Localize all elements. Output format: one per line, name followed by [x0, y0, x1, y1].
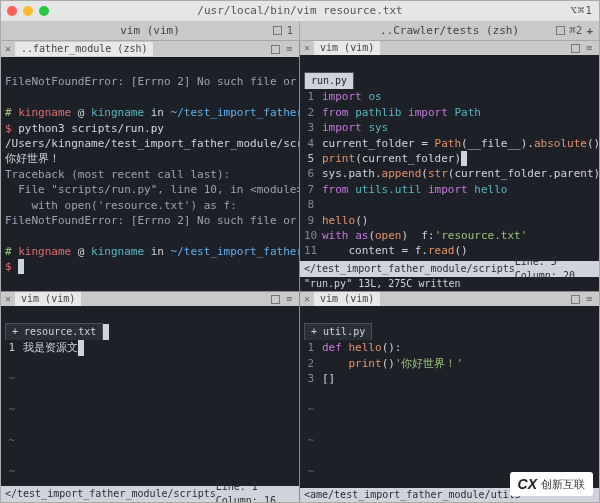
editor[interactable]: + resource.txt 1我是资源文 ~ ~ ~ ~ ~ ~ ~ ~ ~	[1, 306, 299, 486]
close-window-button[interactable]	[7, 6, 17, 16]
terminal-window: /usr/local/bin/vim resource.txt ⌥⌘1 vim …	[0, 0, 600, 503]
code-line: 2 print()'你好世界！'	[304, 356, 595, 371]
command: python3 scripts/run.py	[18, 122, 164, 135]
pane-top-left[interactable]: ✕ ..father_module (zsh) ≡ FileNotFoundEr…	[1, 41, 300, 292]
pane-tab-label[interactable]: vim (vim)	[314, 41, 380, 55]
window-shortcut-hint: ⌥⌘1	[570, 3, 593, 18]
window-title: /usr/local/bin/vim resource.txt	[1, 3, 599, 18]
close-icon[interactable]: ✕	[1, 42, 15, 56]
status-path: </test_import_father_module/scripts	[304, 262, 515, 276]
gutter: 4	[304, 136, 322, 151]
cursor	[103, 324, 109, 339]
pane-top-right[interactable]: ✕ vim (vim) ≡ run.py 1import os2from pat…	[300, 41, 599, 292]
status-path: <ame/test_import_father_module/utils	[304, 488, 521, 502]
pane-tabs: ✕ vim (vim) ≡	[1, 292, 299, 306]
tab-bar: vim (vim) 1 ..Crawler/tests (zsh) ⌘2+	[1, 21, 599, 41]
code-line: 1def hello():	[304, 340, 595, 355]
menu-icon[interactable]: ≡	[283, 42, 295, 56]
gutter: 10	[304, 228, 322, 243]
status-path: </test_import_father_module/scripts	[5, 487, 216, 501]
text-line: 我是资源文	[23, 340, 295, 355]
gutter: 8	[304, 197, 322, 212]
close-icon[interactable]: ✕	[300, 292, 314, 306]
code-line: 2from pathlib import Path	[304, 105, 595, 120]
tab-label: vim (vim)	[120, 23, 180, 38]
menu-icon[interactable]: ≡	[583, 292, 595, 306]
pane-tabs: ✕ vim (vim) ≡	[300, 292, 599, 306]
cursor-position: Line: 1 Column: 16	[216, 480, 295, 502]
code-line: 9hello()	[304, 213, 595, 228]
tab-badge: ⌘2+	[556, 23, 593, 38]
split-icon[interactable]	[571, 44, 580, 53]
terminal-output[interactable]: FileNotFoundError: [Errno 2] No such fil…	[1, 57, 299, 291]
split-icon[interactable]	[271, 45, 280, 54]
code-line: 3import sys	[304, 120, 595, 135]
editor[interactable]: run.py 1import os2from pathlib import Pa…	[300, 55, 599, 261]
file-tab[interactable]: run.py	[304, 72, 354, 89]
split-icon	[273, 26, 282, 35]
maximize-window-button[interactable]	[39, 6, 49, 16]
error-line: FileNotFoundError: [Errno 2] No such fil…	[5, 75, 299, 88]
tab-vim[interactable]: vim (vim) 1	[1, 21, 300, 40]
gutter: 5	[304, 151, 322, 166]
tab-crawler[interactable]: ..Crawler/tests (zsh) ⌘2+	[300, 21, 599, 40]
gutter: 2	[304, 356, 322, 371]
code-line: 4current_folder = Path(__file__).absolut…	[304, 136, 595, 151]
traceback: Traceback (most recent call last):	[5, 168, 230, 181]
new-tab-icon[interactable]: +	[586, 23, 593, 38]
pane-bottom-left[interactable]: ✕ vim (vim) ≡ + resource.txt 1我是资源文 ~ ~ …	[1, 292, 300, 502]
gutter: 3	[304, 371, 322, 386]
code-line: 1import os	[304, 89, 595, 104]
tab-badge: 1	[273, 23, 293, 38]
code-line: 10with as(open) f:'resource.txt'	[304, 228, 595, 243]
error-line: FileNotFoundError: [Errno 2] No such fil…	[5, 214, 299, 227]
split-icon[interactable]	[271, 295, 280, 304]
code-line: 5print(current_folder)	[304, 151, 595, 166]
code-line: 8	[304, 197, 595, 212]
close-icon[interactable]: ✕	[300, 41, 314, 55]
pane-tab-label[interactable]: vim (vim)	[15, 292, 81, 306]
status-bar: </test_import_father_module/scripts Line…	[1, 486, 299, 502]
code-line: 7from utils.util import hello	[304, 182, 595, 197]
menu-icon[interactable]: ≡	[583, 41, 595, 55]
gutter: 6	[304, 166, 322, 181]
gutter: 1	[5, 340, 23, 355]
vim-message: "run.py" 13L, 275C written	[300, 277, 599, 291]
gutter: 7	[304, 182, 322, 197]
gutter: 1	[304, 89, 322, 104]
minimize-window-button[interactable]	[23, 6, 33, 16]
pane-grid: ✕ ..father_module (zsh) ≡ FileNotFoundEr…	[1, 41, 599, 502]
code-line: 3[]	[304, 371, 595, 386]
gutter: 9	[304, 213, 322, 228]
gutter: 2	[304, 105, 322, 120]
status-bar: </test_import_father_module/scripts Line…	[300, 261, 599, 277]
gutter: 3	[304, 120, 322, 135]
pane-tab-label[interactable]: ..father_module (zsh)	[15, 42, 153, 56]
split-icon	[556, 26, 565, 35]
cursor	[18, 259, 24, 274]
stdout: /Users/kingname/test_import_father_modul…	[5, 137, 299, 150]
stdout: 你好世界！	[5, 152, 60, 165]
window-controls	[7, 6, 49, 16]
gutter: 11	[304, 243, 322, 258]
file-tab[interactable]: + resource.txt	[5, 323, 103, 340]
pane-bottom-right[interactable]: ✕ vim (vim) ≡ + util.py 1def hello():2 p…	[300, 292, 599, 502]
tab-label: ..Crawler/tests (zsh)	[380, 23, 519, 38]
gutter: 1	[304, 340, 322, 355]
close-icon[interactable]: ✕	[1, 292, 15, 306]
split-icon[interactable]	[571, 295, 580, 304]
editor[interactable]: + util.py 1def hello():2 print()'你好世界！'3…	[300, 306, 599, 488]
file-tab[interactable]: + util.py	[304, 323, 372, 340]
pane-tabs: ✕ vim (vim) ≡	[300, 41, 599, 55]
status-bar: <ame/test_import_father_module/utils	[300, 488, 599, 502]
code-line: 6sys.path.append(str(current_folder.pare…	[304, 166, 595, 181]
menu-icon[interactable]: ≡	[283, 292, 295, 306]
pane-tabs: ✕ ..father_module (zsh) ≡	[1, 41, 299, 57]
pane-tab-label[interactable]: vim (vim)	[314, 292, 380, 306]
titlebar: /usr/local/bin/vim resource.txt ⌥⌘1	[1, 1, 599, 21]
